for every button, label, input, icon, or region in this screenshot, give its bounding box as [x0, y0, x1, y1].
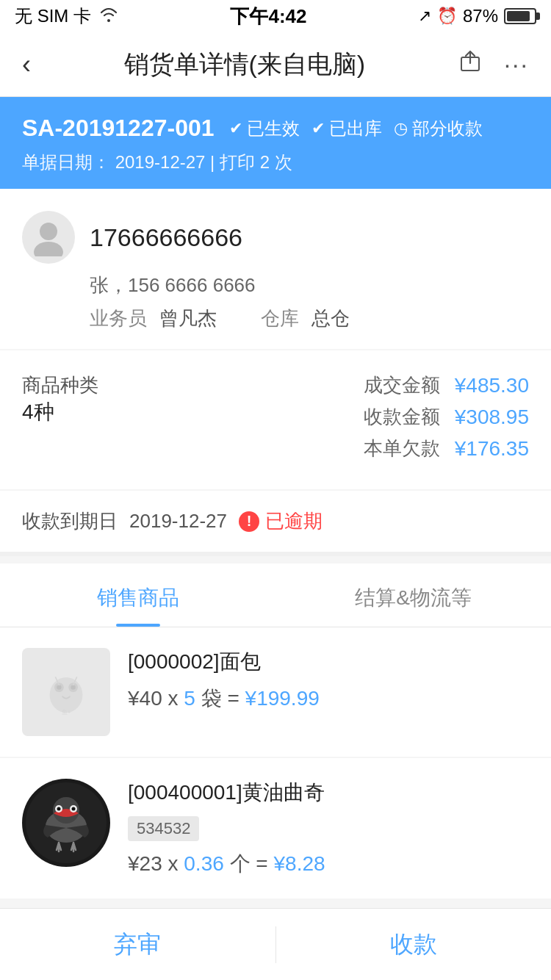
svg-point-2 [34, 242, 63, 256]
svg-point-3 [50, 677, 83, 713]
product-price-2: ¥23 x 0.36 个 = ¥8.28 [128, 850, 529, 878]
nav-bar: ‹ 销货单详情(来自电脑) ··· [0, 32, 551, 97]
alarm-icon: ⏰ [437, 7, 457, 26]
customer-section: 17666666666 张，156 6666 6666 业务员 曾凡杰 仓库 总… [0, 189, 551, 349]
status-time: 下午4:42 [230, 4, 306, 29]
order-id-row: SA-20191227-001 ✔ 已生效 ✔ 已出库 ◷ 部分收款 [22, 115, 529, 142]
svg-point-14 [57, 807, 61, 811]
location-icon: ↗ [418, 7, 431, 26]
status-bar: 无 SIM 卡 下午4:42 ↗ ⏰ 87% [0, 0, 551, 32]
svg-point-15 [72, 807, 76, 811]
deal-amount-value: ¥485.30 [455, 374, 529, 397]
overdue-text: 已逾期 [265, 508, 323, 534]
order-header: SA-20191227-001 ✔ 已生效 ✔ 已出库 ◷ 部分收款 单据日期：… [0, 97, 551, 189]
product-badge-2: 534532 [128, 816, 199, 841]
overdue-badge: ! 已逾期 [239, 508, 323, 534]
unit-1: 袋 [201, 687, 222, 710]
due-section: 收款到期日 2019-12-27 ! 已逾期 [0, 491, 551, 556]
warehouse-name: 总仓 [311, 307, 350, 329]
price-2: ¥23 [128, 852, 162, 875]
staff-name: 曾凡杰 [159, 307, 217, 329]
status-tag-shipped: ✔ 已出库 [311, 117, 382, 140]
status-tags: ✔ 已生效 ✔ 已出库 ◷ 部分收款 [229, 117, 483, 140]
product-info-1: [0000002]面包 ¥40 x 5 袋 = ¥199.99 [128, 648, 529, 713]
status-left: 无 SIM 卡 [15, 4, 119, 28]
tab-settlement[interactable]: 结算&物流等 [276, 563, 551, 627]
customer-id: 17666666666 [90, 223, 242, 252]
tabs: 销售商品 结算&物流等 [0, 563, 551, 627]
qty-1: 5 [184, 687, 195, 710]
status-shipped: 已出库 [329, 117, 382, 140]
owed-label: 本单欠款 [364, 436, 440, 461]
more-button[interactable]: ··· [504, 50, 529, 79]
meta-print: | 打印 2 次 [210, 152, 292, 172]
category-value: 4种 [22, 400, 54, 423]
product-thumb-2 [22, 779, 110, 867]
received-value: ¥308.95 [455, 406, 529, 429]
deal-amount-label: 成交金额 [364, 372, 440, 398]
svg-point-1 [40, 223, 57, 240]
summary-section: 商品种类 4种 成交金额 ¥485.30 收款金额 ¥308.95 本单欠款 ¥… [0, 350, 551, 489]
received-row: 收款金额 ¥308.95 [364, 404, 529, 430]
category-label: 商品种类 [22, 374, 98, 396]
collect-button[interactable]: 收款 [276, 914, 552, 976]
list-item: [000400001]黄油曲奇 534532 ¥23 x 0.36 个 = ¥8… [0, 758, 551, 898]
list-item: 鱼+ [0000002]面包 ¥40 x 5 袋 = ¥199.99 [0, 627, 551, 757]
staff-row: 业务员 曾凡杰 仓库 总仓 [90, 306, 529, 331]
avatar [22, 211, 75, 264]
owed-row: 本单欠款 ¥176.35 [364, 436, 529, 461]
due-date-label: 收款到期日 [22, 508, 118, 534]
battery-percent: 87% [463, 6, 498, 26]
product-list: 鱼+ [0000002]面包 ¥40 x 5 袋 = ¥199.99 [0, 627, 551, 898]
meta-date: 2019-12-27 [115, 152, 206, 172]
owed-value: ¥176.35 [455, 437, 529, 461]
summary-left: 商品种类 4种 [22, 372, 98, 426]
deal-amount-row: 成交金额 ¥485.30 [364, 372, 529, 398]
svg-point-7 [71, 685, 75, 689]
summary-right: 成交金额 ¥485.30 收款金额 ¥308.95 本单欠款 ¥176.35 [364, 372, 529, 467]
due-date: 2019-12-27 [129, 510, 227, 533]
total-2: ¥8.28 [273, 852, 325, 875]
bottom-bar: 弃审 收款 [0, 908, 551, 980]
staff-info: 业务员 曾凡杰 [90, 306, 217, 331]
check-icon-2: ✔ [311, 119, 325, 138]
clock-icon: ◷ [394, 119, 408, 138]
order-meta: 单据日期： 2019-12-27 | 打印 2 次 [22, 151, 529, 174]
product-price-1: ¥40 x 5 袋 = ¥199.99 [128, 685, 529, 713]
product-info-2: [000400001]黄油曲奇 534532 ¥23 x 0.36 个 = ¥8… [128, 779, 529, 878]
svg-text:鱼+: 鱼+ [62, 709, 71, 716]
product-thumb-1: 鱼+ [22, 648, 110, 736]
svg-point-6 [57, 685, 61, 689]
meta-date-label: 单据日期： [22, 152, 110, 172]
share-button[interactable] [458, 50, 482, 79]
nav-actions: ··· [458, 50, 529, 79]
status-tag-effective: ✔ 已生效 [229, 117, 300, 140]
customer-row: 17666666666 [22, 211, 529, 264]
tab-sales-products[interactable]: 销售商品 [0, 563, 276, 627]
customer-name: 张，156 6666 6666 [90, 273, 529, 298]
qty-2: 0.36 [184, 852, 224, 875]
status-tag-partial: ◷ 部分收款 [394, 117, 483, 140]
status-right: ↗ ⏰ 87% [418, 6, 536, 26]
warehouse-label: 仓库 [261, 307, 299, 329]
overdue-icon: ! [239, 511, 259, 532]
received-label: 收款金额 [364, 404, 440, 430]
wifi-icon [98, 6, 119, 26]
warehouse-info: 仓库 总仓 [261, 306, 350, 331]
page-title: 销货单详情(来自电脑) [124, 48, 366, 82]
reject-button[interactable]: 弃审 [0, 914, 276, 976]
product-name-1: [0000002]面包 [128, 648, 529, 676]
status-partial: 部分收款 [412, 117, 483, 140]
check-icon-1: ✔ [229, 119, 242, 138]
unit-2: 个 [230, 852, 251, 875]
back-button[interactable]: ‹ [22, 49, 31, 80]
status-effective: 已生效 [247, 117, 300, 140]
price-1: ¥40 [128, 687, 162, 710]
battery-icon [504, 8, 536, 24]
carrier-label: 无 SIM 卡 [15, 4, 91, 28]
order-id: SA-20191227-001 [22, 115, 215, 142]
staff-label: 业务员 [90, 307, 147, 329]
product-name-2: [000400001]黄油曲奇 [128, 779, 529, 807]
total-1: ¥199.99 [245, 687, 320, 710]
